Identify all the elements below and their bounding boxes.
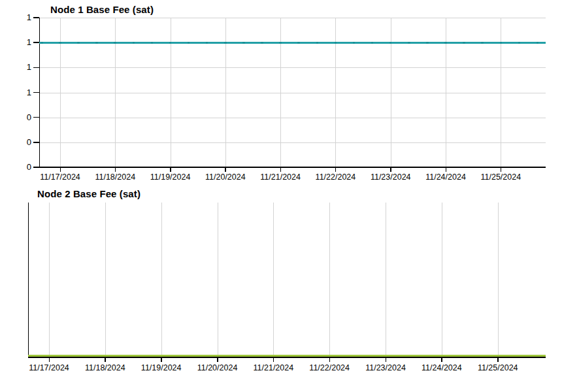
gridline-horizontal xyxy=(39,42,546,43)
data-point-marker xyxy=(242,42,245,44)
chart-node2-base-fee: Node 2 Base Fee (sat) 11/17/202411/18/20… xyxy=(0,0,562,392)
data-point-marker xyxy=(169,42,172,44)
gridline-horizontal xyxy=(39,93,546,93)
gridline-vertical xyxy=(105,203,106,357)
y-tick-label: 1 xyxy=(27,88,31,97)
data-point-marker xyxy=(95,42,98,44)
gridline-vertical xyxy=(273,203,274,357)
data-point-marker xyxy=(188,42,190,44)
x-tick-label: 11/23/2024 xyxy=(371,172,411,182)
data-point-marker xyxy=(371,42,374,44)
x-tick-label: 11/20/2024 xyxy=(205,172,246,182)
data-point-marker xyxy=(224,42,227,44)
data-point-marker xyxy=(41,42,43,44)
series-line-node1 xyxy=(39,42,546,44)
gridline-vertical xyxy=(171,18,171,167)
x-tick-label: 11/19/2024 xyxy=(150,172,191,182)
gridline-horizontal xyxy=(39,142,546,143)
chart-node1-base-fee: Node 1 Base Fee (sat) 11/17/202411/18/20… xyxy=(0,0,562,392)
gridline-vertical xyxy=(280,18,281,167)
gridline-vertical xyxy=(329,203,330,357)
gridline-horizontal xyxy=(39,67,546,68)
data-point-marker xyxy=(206,42,208,44)
x-tick-mark xyxy=(446,167,447,172)
data-point-marker xyxy=(114,42,116,44)
x-tick-mark xyxy=(115,167,116,172)
y-axis-line xyxy=(28,203,29,357)
x-tick-label: 11/23/2024 xyxy=(365,363,406,372)
y-tick-label: 1 xyxy=(27,63,31,73)
gridline-vertical xyxy=(218,203,218,357)
data-point-marker xyxy=(408,42,410,44)
chart-title-node1: Node 1 Base Fee (sat) xyxy=(50,4,154,15)
data-point-marker xyxy=(279,42,282,44)
x-tick-mark xyxy=(441,357,442,362)
x-tick-label: 11/20/2024 xyxy=(197,363,238,372)
x-tick-mark xyxy=(225,167,226,172)
y-tick-label: 0 xyxy=(27,112,31,122)
x-tick-label: 11/18/2024 xyxy=(85,363,125,372)
gridline-vertical xyxy=(225,18,226,167)
gridline-horizontal xyxy=(39,118,546,118)
gridline-horizontal xyxy=(39,18,546,18)
y-tick-mark xyxy=(33,92,39,93)
data-point-marker xyxy=(316,42,319,44)
x-tick-mark xyxy=(170,167,171,172)
charts-page: Node 1 Base Fee (sat) 11/17/202411/18/20… xyxy=(0,0,562,392)
gridline-vertical xyxy=(391,18,391,167)
x-tick-label: 11/24/2024 xyxy=(422,363,462,372)
data-point-marker xyxy=(444,42,447,44)
x-tick-label: 11/21/2024 xyxy=(254,363,294,372)
y-tick-label: 1 xyxy=(27,37,31,47)
y-tick-label: 1 xyxy=(27,12,31,22)
data-point-marker xyxy=(518,42,521,44)
x-tick-mark xyxy=(386,357,387,362)
y-tick-mark xyxy=(33,42,39,43)
data-point-marker xyxy=(133,42,135,44)
x-axis-line xyxy=(39,167,546,168)
data-point-marker xyxy=(151,42,154,44)
y-tick-mark xyxy=(33,17,39,18)
y-axis-line xyxy=(39,18,41,167)
data-point-marker xyxy=(463,42,465,44)
x-tick-mark xyxy=(497,357,499,362)
gridline-vertical xyxy=(60,18,61,167)
x-tick-mark xyxy=(60,167,61,172)
y-tick-mark xyxy=(33,167,39,168)
data-point-marker xyxy=(481,42,484,44)
x-tick-mark xyxy=(329,357,331,362)
gridline-vertical xyxy=(442,203,442,357)
data-point-marker xyxy=(353,42,355,44)
x-axis-line xyxy=(28,357,546,358)
x-tick-label: 11/25/2024 xyxy=(480,172,521,182)
x-tick-mark xyxy=(390,167,391,172)
x-tick-mark xyxy=(335,167,337,172)
x-tick-mark xyxy=(273,357,274,362)
data-point-marker xyxy=(426,42,429,44)
gridline-vertical xyxy=(498,203,499,357)
x-tick-label: 11/22/2024 xyxy=(316,172,356,182)
data-point-marker xyxy=(297,42,300,44)
x-tick-label: 11/21/2024 xyxy=(260,172,301,182)
x-tick-mark xyxy=(161,357,162,362)
gridline-vertical xyxy=(49,203,50,357)
x-tick-mark xyxy=(217,357,218,362)
data-point-marker xyxy=(77,42,80,44)
x-tick-mark xyxy=(280,167,282,172)
gridline-vertical xyxy=(386,203,386,357)
x-tick-label: 11/25/2024 xyxy=(478,363,518,372)
x-tick-mark xyxy=(49,357,50,362)
y-tick-mark xyxy=(33,117,39,118)
y-tick-label: 0 xyxy=(27,137,31,147)
plot-area-node2: 11/17/202411/18/202411/19/202411/20/2024… xyxy=(28,203,546,357)
data-point-marker xyxy=(261,42,263,44)
data-point-marker xyxy=(59,42,61,44)
gridline-vertical xyxy=(446,18,446,167)
gridline-vertical xyxy=(115,18,116,167)
x-tick-label: 11/19/2024 xyxy=(141,363,182,372)
gridline-vertical xyxy=(335,18,336,167)
x-tick-label: 11/24/2024 xyxy=(425,172,466,182)
gridline-vertical xyxy=(501,18,501,167)
data-point-marker xyxy=(500,42,503,44)
y-tick-label: 0 xyxy=(27,162,31,172)
